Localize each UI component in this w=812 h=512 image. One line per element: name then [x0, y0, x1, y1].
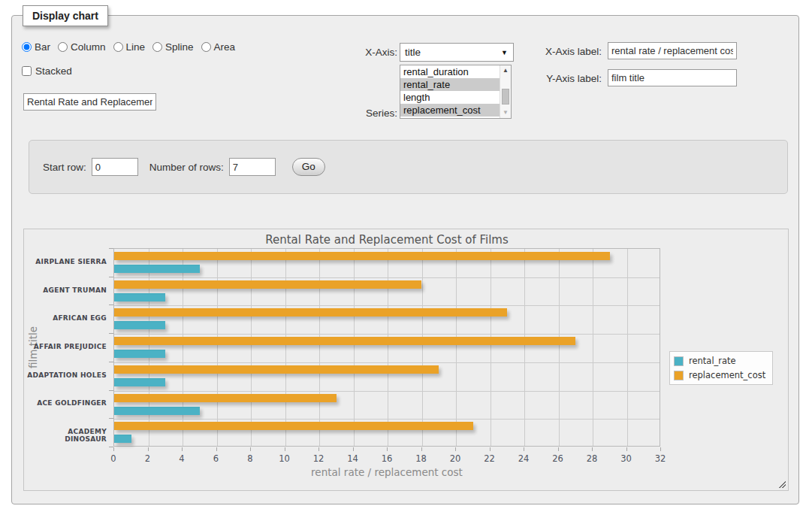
- x-axis-select[interactable]: title ▼: [400, 43, 514, 62]
- y-axis-label-caption: Y-Axis label:: [534, 73, 602, 84]
- x-tick-label: 8: [235, 453, 265, 464]
- bar-replacement_cost: [114, 337, 575, 345]
- x-tick-mark: [524, 447, 524, 451]
- chart-type-label: Area: [214, 41, 236, 53]
- bar-replacement_cost: [114, 422, 473, 430]
- series-option-length[interactable]: length: [400, 91, 500, 104]
- series-options: rental_durationrental_ratelengthreplacem…: [400, 65, 500, 117]
- chart-type-radio-column[interactable]: [58, 42, 68, 52]
- x-tick-mark: [660, 447, 661, 451]
- chart-type-radio-line[interactable]: [113, 42, 123, 52]
- x-tick-label: 32: [645, 453, 675, 464]
- legend-label: replacement_cost: [689, 370, 765, 380]
- series-scrollbar[interactable]: ▲ ▼: [500, 65, 511, 118]
- chart-type-radio-spline[interactable]: [152, 42, 162, 52]
- legend-item-replacement_cost: replacement_cost: [674, 370, 765, 380]
- x-tick-label: 4: [167, 453, 197, 464]
- series-label: Series:: [341, 108, 397, 119]
- bar-rental_rate: [114, 378, 165, 386]
- x-tick-mark: [387, 447, 388, 451]
- gridline-vertical: [388, 249, 388, 446]
- bar-rental_rate: [114, 435, 131, 443]
- gridline-vertical: [217, 249, 218, 446]
- bar-rental_rate: [114, 407, 200, 415]
- chart-container: Rental Rate and Replacement Cost of Film…: [23, 229, 789, 491]
- x-axis-label-input[interactable]: [608, 42, 737, 59]
- bar-replacement_cost: [114, 308, 507, 317]
- chart-type-option-spline[interactable]: Spline: [152, 41, 194, 53]
- series-listbox[interactable]: rental_durationrental_ratelengthreplacem…: [400, 65, 512, 119]
- x-tick-label: 0: [98, 453, 128, 464]
- rows-panel: Start row: Number of rows: Go: [29, 140, 788, 194]
- y-tick-mark: [109, 248, 113, 249]
- chart-legend: rental_ratereplacement_cost: [669, 351, 773, 385]
- y-axis-label-input[interactable]: [608, 69, 737, 86]
- chart-type-option-bar[interactable]: Bar: [22, 41, 50, 53]
- stacked-option[interactable]: Stacked: [22, 65, 72, 77]
- series-option-replacement_cost[interactable]: replacement_cost: [400, 104, 500, 117]
- x-tick-label: 2: [133, 453, 163, 464]
- gridline-horizontal: [114, 391, 660, 392]
- y-tick-mark: [109, 277, 113, 277]
- x-axis-title: rental rate / replacement cost: [113, 466, 660, 478]
- series-option-rental_rate[interactable]: rental_rate: [400, 78, 500, 91]
- y-tick-mark: [109, 447, 113, 447]
- chart-type-radio-bar[interactable]: [22, 42, 32, 52]
- x-tick-mark: [318, 447, 319, 451]
- chart-type-radio-area[interactable]: [201, 42, 211, 52]
- scrollbar-thumb[interactable]: [502, 89, 509, 105]
- stacked-label: Stacked: [35, 65, 72, 77]
- gridline-vertical: [593, 249, 593, 446]
- legend-swatch: [674, 356, 684, 366]
- category-label: AFRICAN EGG: [24, 314, 107, 322]
- chart-type-option-line[interactable]: Line: [113, 41, 146, 53]
- x-tick-label: 28: [577, 453, 607, 464]
- x-tick-label: 12: [303, 453, 334, 464]
- x-tick-mark: [455, 447, 456, 451]
- chart-type-option-area[interactable]: Area: [201, 41, 236, 53]
- chart-type-label: Line: [126, 41, 146, 53]
- x-tick-label: 20: [440, 453, 470, 464]
- chart-type-radios: BarColumnLineSplineArea: [22, 41, 243, 53]
- gridline-vertical: [491, 249, 491, 446]
- gridline-vertical: [251, 249, 252, 446]
- bar-rental_rate: [114, 350, 165, 358]
- y-tick-mark: [109, 304, 113, 305]
- x-tick-mark: [113, 447, 114, 451]
- category-label: AIRPLANE SIERRA: [24, 258, 107, 265]
- x-tick-mark: [148, 447, 149, 451]
- start-row-input[interactable]: [92, 158, 138, 176]
- scroll-up-icon[interactable]: ▲: [500, 65, 511, 76]
- x-tick-label: 24: [509, 453, 539, 464]
- category-label: AFFAIR PREJUDICE: [24, 343, 107, 350]
- gridline-vertical: [354, 249, 355, 446]
- gridline-vertical: [183, 249, 183, 446]
- x-tick-label: 26: [543, 453, 573, 464]
- scroll-down-icon[interactable]: ▼: [500, 108, 511, 118]
- stacked-checkbox[interactable]: [22, 66, 32, 76]
- gridline-horizontal: [114, 277, 660, 278]
- x-axis-label-caption: X-Axis label:: [534, 46, 602, 57]
- category-label: AGENT TRUMAN: [24, 286, 107, 294]
- y-tick-mark: [109, 333, 113, 334]
- x-axis-select-label: X-Axis:: [341, 47, 397, 58]
- resize-handle-icon[interactable]: [777, 480, 786, 488]
- legend-label: rental_rate: [689, 356, 736, 366]
- num-rows-input[interactable]: [229, 158, 276, 176]
- x-tick-mark: [421, 447, 422, 451]
- chart-type-option-column[interactable]: Column: [58, 41, 106, 53]
- legend-item-rental_rate: rental_rate: [674, 356, 765, 366]
- chart-title-input[interactable]: [23, 93, 156, 111]
- gridline-vertical: [524, 249, 525, 446]
- x-tick-label: 30: [611, 453, 641, 464]
- y-tick-mark: [109, 362, 113, 362]
- series-option-rental_duration[interactable]: rental_duration: [400, 65, 500, 78]
- x-tick-mark: [592, 447, 593, 451]
- display-chart-fieldset: Display chart BarColumnLineSplineArea St…: [11, 15, 799, 504]
- x-tick-mark: [353, 447, 354, 451]
- bar-rental_rate: [114, 293, 165, 301]
- gridline-vertical: [149, 249, 149, 446]
- bar-rental_rate: [114, 321, 165, 329]
- go-button[interactable]: Go: [292, 158, 325, 176]
- num-rows-label: Number of rows:: [149, 162, 224, 173]
